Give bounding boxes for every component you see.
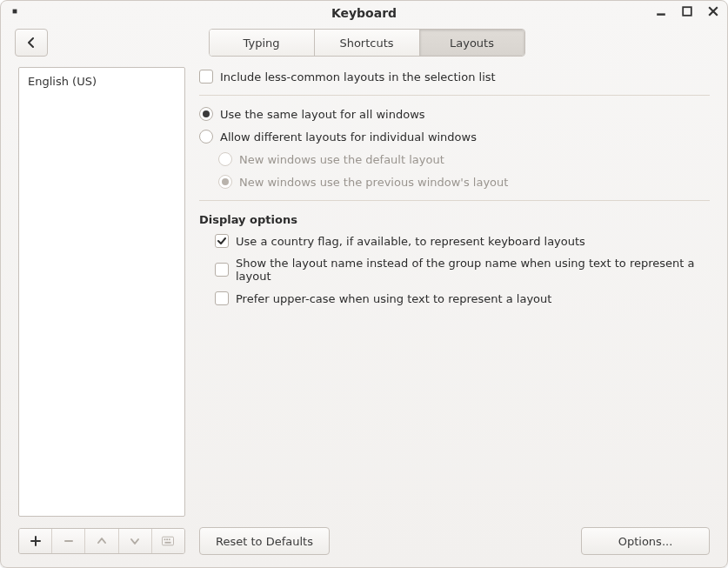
label-same-layout-all: Use the same layout for all windows <box>220 108 425 121</box>
label-include-less-common: Include less-common layouts in the selec… <box>220 70 496 84</box>
window-menu-icon[interactable] <box>10 6 20 17</box>
header-row: Typing Shortcuts Layouts <box>1 25 727 67</box>
titlebar: Keyboard <box>1 1 727 25</box>
option-show-layout-name[interactable]: Show the layout name instead of the grou… <box>199 254 710 285</box>
add-layout-button[interactable] <box>19 529 52 553</box>
settings-content: Include less-common layouts in the selec… <box>199 67 710 517</box>
svg-rect-6 <box>169 538 170 540</box>
radio-new-previous <box>218 175 232 189</box>
svg-rect-0 <box>13 10 17 14</box>
checkbox-show-layout-name[interactable] <box>215 263 229 277</box>
show-layout-button[interactable] <box>152 529 184 553</box>
option-diff-layout-individual[interactable]: Allow different layouts for individual w… <box>199 127 710 146</box>
layout-list[interactable]: English (US) <box>18 67 185 517</box>
option-new-previous: New windows use the previous window's la… <box>199 172 710 191</box>
layout-list-panel: English (US) <box>18 67 185 517</box>
bottom-bar: Reset to Defaults Options... <box>18 527 710 555</box>
back-button[interactable] <box>15 29 48 57</box>
label-new-previous: New windows use the previous window's la… <box>239 176 508 189</box>
option-include-less-common[interactable]: Include less-common layouts in the selec… <box>199 67 710 86</box>
layout-list-toolbar <box>18 528 185 554</box>
options-button[interactable]: Options... <box>581 527 710 555</box>
display-options-heading: Display options <box>199 210 710 228</box>
move-layout-up-button[interactable] <box>85 529 118 553</box>
move-layout-down-button[interactable] <box>119 529 152 553</box>
tab-typing-label: Typing <box>244 37 280 50</box>
layout-list-item-label: English (US) <box>28 75 97 88</box>
reset-to-defaults-button[interactable]: Reset to Defaults <box>199 527 330 555</box>
options-button-label: Options... <box>618 535 673 548</box>
body: English (US) Include less-common layouts… <box>1 67 727 527</box>
label-new-default: New windows use the default layout <box>239 153 444 166</box>
maximize-button[interactable] <box>682 6 692 17</box>
keyboard-settings-window: Keyboard Typing Shortcuts Layouts <box>0 0 728 568</box>
tab-layouts[interactable]: Layouts <box>420 30 524 56</box>
separator <box>199 200 710 201</box>
svg-rect-2 <box>683 7 691 16</box>
svg-rect-1 <box>657 13 665 15</box>
label-use-flag: Use a country flag, if available, to rep… <box>236 235 585 248</box>
option-same-layout-all[interactable]: Use the same layout for all windows <box>199 104 710 124</box>
radio-diff-layout-individual[interactable] <box>199 130 213 144</box>
remove-layout-button[interactable] <box>52 529 85 553</box>
checkbox-include-less-common[interactable] <box>199 70 213 84</box>
label-prefer-upper: Prefer upper-case when using text to rep… <box>236 292 551 305</box>
option-prefer-upper[interactable]: Prefer upper-case when using text to rep… <box>199 289 710 308</box>
option-use-flag[interactable]: Use a country flag, if available, to rep… <box>199 231 710 251</box>
close-button[interactable] <box>708 6 718 17</box>
window-title: Keyboard <box>331 6 397 20</box>
tab-typing[interactable]: Typing <box>210 30 315 56</box>
radio-new-default <box>218 152 232 166</box>
label-show-layout-name: Show the layout name instead of the grou… <box>236 257 710 283</box>
separator <box>199 95 710 96</box>
option-new-default: New windows use the default layout <box>199 150 710 169</box>
layout-list-item[interactable]: English (US) <box>26 73 177 90</box>
svg-rect-3 <box>163 537 174 545</box>
svg-rect-4 <box>164 538 166 540</box>
tab-shortcuts[interactable]: Shortcuts <box>315 30 420 56</box>
radio-same-layout-all[interactable] <box>199 107 213 121</box>
tab-shortcuts-label: Shortcuts <box>339 37 393 50</box>
svg-rect-5 <box>167 538 169 540</box>
tab-bar: Typing Shortcuts Layouts <box>209 29 525 57</box>
minimize-button[interactable] <box>656 6 666 17</box>
label-diff-layout-individual: Allow different layouts for individual w… <box>220 130 477 144</box>
checkbox-prefer-upper[interactable] <box>215 291 229 305</box>
keyboard-icon <box>162 535 174 547</box>
svg-rect-7 <box>165 542 171 544</box>
tab-layouts-label: Layouts <box>450 37 494 50</box>
checkbox-use-flag[interactable] <box>215 234 229 248</box>
reset-to-defaults-label: Reset to Defaults <box>216 535 313 548</box>
